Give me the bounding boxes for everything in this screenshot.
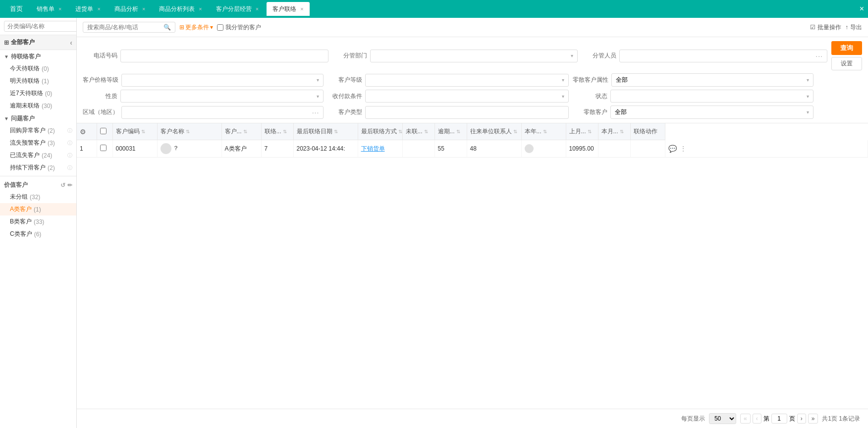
close-analysis-icon[interactable]: × bbox=[142, 6, 145, 12]
dept-select[interactable]: ▾ bbox=[370, 50, 578, 62]
sidebar-item-churned[interactable]: 已流失客户(24) ⓘ bbox=[0, 149, 76, 161]
my-customers-checkbox[interactable] bbox=[217, 24, 223, 31]
payment-terms-arrow-icon: ▾ bbox=[562, 94, 564, 99]
sort-notcontact-icon[interactable]: ⇅ bbox=[424, 129, 428, 134]
nav-tab-analysis-list[interactable]: 商品分析列表 × bbox=[153, 2, 208, 16]
value-customer-icons[interactable]: ↺ ✏ bbox=[60, 182, 72, 189]
cell-lasway[interactable]: 下销货单 bbox=[358, 140, 402, 158]
info-declining-icon: ⓘ bbox=[67, 164, 72, 171]
search-input[interactable] bbox=[87, 24, 162, 31]
close-purchase-icon[interactable]: × bbox=[97, 6, 100, 12]
pagination: 每页显示 50 10 20 100 « ‹ 第 页 › » 共1页 1条记录 bbox=[77, 409, 868, 428]
page-input[interactable] bbox=[771, 414, 787, 424]
last-page-button[interactable]: » bbox=[808, 414, 818, 424]
close-customer-tier-icon[interactable]: × bbox=[256, 6, 259, 12]
table-gear-icon[interactable]: ⚙ bbox=[80, 128, 86, 136]
sort-lastmonth-icon[interactable]: ⇅ bbox=[588, 129, 592, 134]
close-all-button[interactable]: × bbox=[860, 4, 864, 13]
cell-year-amt: 10995.00 bbox=[566, 140, 598, 158]
export-button[interactable]: ↑ 导出 bbox=[845, 23, 862, 32]
query-button[interactable]: 查询 bbox=[831, 41, 862, 55]
more-filter-button[interactable]: ⊞ 更多条件 ▾ bbox=[179, 23, 213, 32]
nav-tab-purchase[interactable]: 进货单 × bbox=[69, 2, 106, 16]
sort-overdue-icon[interactable]: ⇅ bbox=[456, 129, 460, 134]
close-salesorder-icon[interactable]: × bbox=[58, 6, 61, 12]
sort-way-icon[interactable]: ⇅ bbox=[398, 129, 402, 134]
search-bar-icon[interactable]: 🔍 bbox=[163, 24, 171, 31]
sidebar-item-unclassified[interactable]: 未分组(32) bbox=[0, 191, 76, 203]
batch-op-button[interactable]: ☑ 批量操作 bbox=[810, 23, 841, 32]
sidebar-item-c-class[interactable]: C类客户(6) bbox=[0, 228, 76, 240]
nav-tab-analysis[interactable]: 商品分析 × bbox=[108, 2, 151, 16]
last-way-link[interactable]: 下销货单 bbox=[361, 145, 385, 152]
sidebar-item-b-class[interactable]: B类客户(33) bbox=[0, 215, 76, 228]
sidebar-item-tomorrow-contact[interactable]: 明天待联络(1) bbox=[0, 75, 76, 87]
nav-tab-salesorder[interactable]: 销售单 × bbox=[31, 2, 67, 16]
sidebar-search-input[interactable] bbox=[4, 21, 77, 32]
col-contact-header: 联络... ⇅ bbox=[261, 123, 293, 140]
region-input[interactable]: ··· bbox=[121, 106, 324, 119]
payment-terms-select[interactable]: ▾ bbox=[365, 90, 568, 103]
page-size-select[interactable]: 50 10 20 100 bbox=[709, 413, 736, 424]
price-level-select[interactable]: ▾ bbox=[121, 74, 324, 87]
sidebar-item-overdue-contact[interactable]: 逾期未联络(30) bbox=[0, 100, 76, 112]
filter-bar: 🔍 ⊞ 更多条件 ▾ 我分管的客户 ☑ 批量操作 ↑ 导出 bbox=[77, 18, 868, 37]
page-label: 第 bbox=[763, 415, 769, 423]
col-action-header: 联络动作 bbox=[630, 123, 665, 140]
group-problem-customer[interactable]: ▼ 问题客户 bbox=[0, 112, 76, 124]
sort-thismonth-icon[interactable]: ⇅ bbox=[620, 129, 624, 134]
sort-type-icon[interactable]: ⇅ bbox=[243, 129, 247, 134]
my-customers-filter[interactable]: 我分管的客户 bbox=[217, 23, 261, 32]
nav-home[interactable]: 首页 bbox=[4, 2, 29, 16]
sort-code-icon[interactable]: ⇅ bbox=[141, 129, 145, 134]
field-customer-level: 客户等级 ▾ bbox=[327, 74, 568, 87]
sort-date-icon[interactable]: ⇅ bbox=[334, 129, 338, 134]
more-action-icon[interactable]: ⋮ bbox=[680, 145, 687, 153]
close-customer-contact-icon[interactable]: × bbox=[300, 6, 303, 12]
nav-tab-customer-tier[interactable]: 客户分层经营 × bbox=[210, 2, 265, 16]
select-all-checkbox[interactable] bbox=[100, 128, 107, 134]
manager-input[interactable]: ··· bbox=[619, 50, 827, 62]
retail-customer-select[interactable]: 全部 ▾ bbox=[610, 106, 814, 119]
nature-select[interactable]: ▾ bbox=[120, 90, 324, 103]
prev-page-button[interactable]: ‹ bbox=[753, 414, 761, 424]
table-header-row: ⚙ 客户编码 ⇅ 客户名称 bbox=[77, 123, 868, 140]
page-unit-label: 页 bbox=[789, 415, 795, 423]
collapse-sidebar-button[interactable]: ‹ bbox=[70, 39, 72, 47]
adv-filter-row-4: 区域（地区） ··· 客户类型 零散客户 全部 ▾ bbox=[83, 106, 862, 119]
col-prev-contact-header: 往来单位联系人 ⇅ bbox=[467, 123, 521, 140]
refresh-icon[interactable]: ↺ bbox=[60, 182, 65, 189]
phone-input[interactable] bbox=[120, 50, 328, 62]
col-settings[interactable]: ⚙ bbox=[77, 123, 97, 140]
message-icon[interactable]: 💬 bbox=[668, 145, 677, 153]
sidebar-item-7day-contact[interactable]: 近7天待联络(0) bbox=[0, 87, 76, 100]
close-analysis-list-icon[interactable]: × bbox=[199, 6, 202, 12]
status-select[interactable]: ▾ bbox=[610, 90, 814, 103]
sidebar-search-area: 🔍 bbox=[0, 18, 76, 35]
batch-icon: ☑ bbox=[810, 24, 815, 31]
cell-check[interactable] bbox=[97, 140, 112, 158]
customer-type-input[interactable] bbox=[365, 106, 568, 119]
sidebar-item-declining[interactable]: 持续下滑客户(2) ⓘ bbox=[0, 161, 76, 174]
sidebar-item-a-class[interactable]: A类客户(1) bbox=[0, 203, 76, 215]
next-page-button[interactable]: › bbox=[797, 414, 806, 424]
first-page-button[interactable]: « bbox=[740, 414, 751, 424]
settings-button[interactable]: 设置 bbox=[831, 57, 862, 70]
sort-year-icon[interactable]: ⇅ bbox=[543, 129, 547, 134]
group-pending-contact[interactable]: ▼ 待联络客户 bbox=[0, 50, 76, 62]
sidebar-item-repurchase-abnormal[interactable]: 回购异常客户(2) ⓘ bbox=[0, 124, 76, 137]
sort-contact-icon[interactable]: ⇅ bbox=[283, 129, 287, 134]
retail-attr-select[interactable]: 全部 ▾ bbox=[611, 73, 814, 87]
sidebar-item-today-contact[interactable]: 今天待联络(0) bbox=[0, 62, 76, 75]
col-lastmonth-header: 上月... ⇅ bbox=[566, 123, 598, 140]
sort-prev-icon[interactable]: ⇅ bbox=[513, 129, 517, 134]
sort-name-icon[interactable]: ⇅ bbox=[186, 129, 190, 134]
row-checkbox[interactable] bbox=[100, 145, 107, 151]
search-box: 🔍 bbox=[83, 22, 175, 33]
nav-tab-customer-contact[interactable]: 客户联络 × bbox=[267, 2, 309, 16]
adv-filter-row-1: 电话号码 分管部门 ▾ 分管人员 ··· bbox=[83, 41, 862, 70]
customer-level-select[interactable]: ▾ bbox=[365, 74, 568, 87]
edit-icon[interactable]: ✏ bbox=[67, 182, 72, 189]
col-checkbox[interactable] bbox=[97, 123, 112, 140]
sidebar-item-churn-warning[interactable]: 流失预警客户(3) ⓘ bbox=[0, 137, 76, 149]
